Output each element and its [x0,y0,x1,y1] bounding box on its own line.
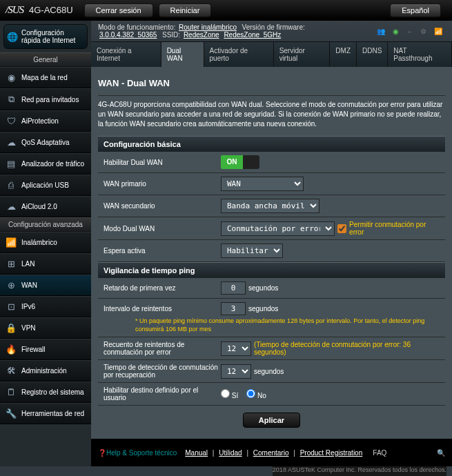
side-icon: ▤ [4,159,18,169]
hint-failtime: (Tiempo de detección de conmutación por … [254,341,440,356]
page-desc: 4G-AC68U proporciona compatibilidad con … [98,100,445,129]
hint-interval: * Un paquete ping mínimo consume aproxim… [104,317,440,333]
side-icon: ⧉ [4,94,18,105]
sidebar-item[interactable]: ◉Mapa de la red [0,67,91,88]
sidebar-item[interactable]: ⊕WAN [0,275,91,296]
side-icon: ⊡ [4,301,18,312]
faq-link[interactable]: FAQ [373,449,386,457]
tab[interactable]: Activador de puerto [204,42,274,67]
tab[interactable]: Conexión a Internet [91,42,161,67]
sidebar-item[interactable]: 🔥Firewall [0,339,91,360]
ver-value[interactable]: 3.0.0.4.382_50365 [99,31,157,39]
chk-failback[interactable] [337,224,346,233]
help-label: Help & Soporte técnico [106,449,177,457]
brand-logo: /SUS [6,4,23,16]
tab-bar: Conexión a InternetDual WANActivador de … [91,41,452,67]
search-icon[interactable]: 🔍 [437,449,445,457]
side-icon: ⎙ [4,180,18,190]
select-failcount[interactable]: 12 [221,341,251,356]
mode-value[interactable]: Router inalámbrico [179,23,237,31]
lbl-hot: Espera activa [104,247,221,255]
side-icon: 🛠 [4,366,18,376]
logout-button[interactable]: Cerrar sesión [84,3,153,17]
radio-no[interactable] [246,389,255,398]
lbl-userdef: Habilitar destino definido por el usuari… [104,386,221,401]
lbl-rectime: Tiempo de detección de conmutación por r… [104,364,221,379]
sidebar-item[interactable]: ☁QoS Adaptativa [0,132,91,153]
model-label: 4G-AC68U [29,5,73,15]
input-interval[interactable] [221,302,246,315]
lbl-primary: WAN primario [104,180,221,188]
lbl-delay: Retardo de primera vez [104,284,221,292]
sidebar-item[interactable]: 📶Inalámbrico [0,232,91,253]
top-bar: /SUS 4G-AC68U Cerrar sesión Reiniciar Es… [0,0,452,21]
reboot-button[interactable]: Reiniciar [159,3,212,17]
side-icon: 🔥 [4,344,18,355]
side-icon: ⊞ [4,259,18,269]
ssid-24[interactable]: RedesZone [184,31,219,39]
sidebar-item[interactable]: 🔧Herramientas de red [0,403,91,424]
sidebar-item[interactable]: ⊡IPv6 [0,296,91,317]
tab[interactable]: Dual WAN [161,42,204,67]
sidebar-item[interactable]: ⊞LAN [0,253,91,275]
select-primary[interactable]: WAN [221,177,304,191]
lbl-interval: Intervalo de reintentos [104,305,221,313]
footer-link[interactable]: Comentario [253,449,289,457]
footer-link[interactable]: Utilidad [219,449,242,457]
input-delay[interactable] [221,281,246,295]
sidebar-general-group: ◉Mapa de la red⧉Red para invitados🛡AiPro… [0,67,91,217]
select-rectime[interactable]: 12 [221,364,251,379]
globe-icon: 🌐 [7,32,18,42]
radio-yes[interactable] [221,389,230,398]
sidebar-item[interactable]: ⎙Aplicación USB [0,175,91,196]
mode-label: Modo de funcionamiento: [98,23,175,31]
sidebar: 🌐 Configuración rápida de Internet Gener… [0,21,91,466]
sidebar-item[interactable]: 🛠Administración [0,360,91,381]
toggle-dualwan[interactable]: ON [221,155,259,169]
quick-label: Configuración rápida de Internet [21,29,84,44]
sidebar-item[interactable]: ▤Analizador de tráfico [0,153,91,175]
side-icon: ☁ [4,137,18,148]
sidebar-item[interactable]: ⧉Red para invitados [0,88,91,110]
sidebar-head-general: General [0,52,91,67]
lbl-mode: Modo Dual WAN [104,225,221,232]
side-icon: 🔧 [4,408,18,419]
footer-link[interactable]: Product Registration [300,449,363,457]
sidebar-item[interactable]: 🗒Registro del sistema [0,381,91,403]
sidebar-head-advanced: Configuración avanzada [0,217,91,232]
tab[interactable]: Servidor virtual [274,42,331,67]
select-secondary[interactable]: Banda ancha móvil [221,199,320,213]
select-hot[interactable]: Habilitar [221,244,283,258]
select-mode[interactable]: Conmutación por error [221,221,335,236]
side-icon: 🛡 [4,116,18,126]
page-title: WAN - Dual WAN [98,74,445,96]
sidebar-advanced-group: 📶Inalámbrico⊞LAN⊕WAN⊡IPv6🔒VPN🔥Firewall🛠A… [0,232,91,424]
quick-setup-button[interactable]: 🌐 Configuración rápida de Internet [3,24,88,49]
lbl-secondary: WAN secundario [104,202,221,210]
language-select[interactable]: Español [390,3,441,17]
sidebar-item[interactable]: 🔒VPN [0,317,91,339]
ssid-5g[interactable]: RedesZone_5GHz [224,31,281,39]
info-row: Modo de funcionamiento: Router inalámbri… [91,21,452,41]
side-icon: ☁ [4,201,18,212]
section-ping: Vigilancia de tiempo ping [98,262,445,278]
tab[interactable]: NAT Passthrough [388,42,452,67]
copyright: 2018 ASUSTeK Computer Inc. Reservados to… [273,466,446,476]
help-icon: ❓ [98,449,106,457]
ssid-label: SSID: [162,31,180,39]
side-icon: ◉ [4,72,18,83]
footer-link[interactable]: Manual [185,449,208,457]
lbl-failcount: Recuento de reintentos de conmutación po… [104,341,221,356]
sidebar-item[interactable]: 🛡AiProtection [0,110,91,132]
status-icons: 👥 ◉ ← ⚙ 📶 [377,28,445,35]
side-icon: 🗒 [4,387,18,397]
section-basic: Configuración básica [98,136,445,152]
tab[interactable]: DDNS [357,42,388,67]
side-icon: 📶 [4,237,18,248]
lbl-failback: Permitir conmutación por error [349,221,440,236]
lbl-enable: Habilitar Dual WAN [104,159,221,166]
side-icon: ⊕ [4,280,18,290]
sidebar-item[interactable]: ☁AiCloud 2.0 [0,196,91,217]
tab[interactable]: DMZ [330,42,357,67]
apply-button[interactable]: Aplicar [243,413,300,428]
